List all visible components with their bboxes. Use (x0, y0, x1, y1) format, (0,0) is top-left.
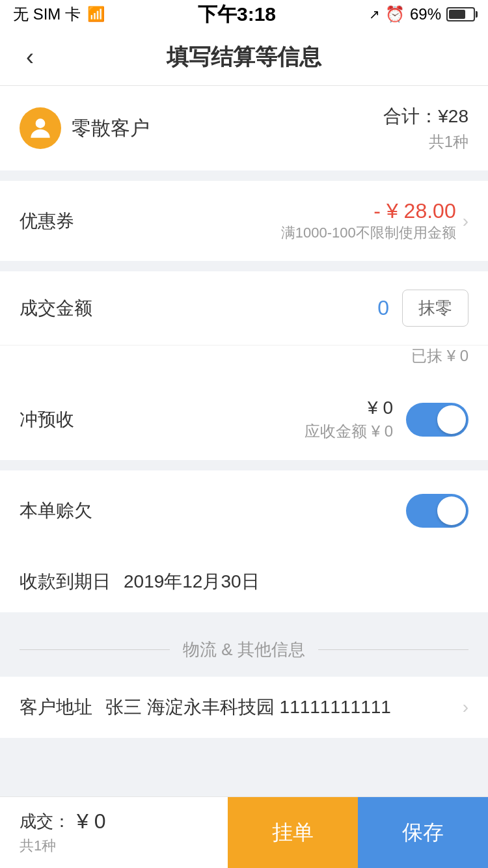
svg-point-0 (36, 118, 46, 128)
bottom-deal-label: 成交： (20, 810, 70, 833)
battery-fill (449, 10, 465, 19)
nav-bar: ‹ 填写结算等信息 (0, 29, 488, 86)
battery-percent: 69% (410, 5, 441, 23)
page-title: 填写结算等信息 (167, 42, 321, 72)
prepayment-amount: ¥ 0 (305, 398, 393, 418)
coupon-discount: - ¥ 28.00 (281, 199, 456, 223)
avatar (20, 107, 61, 149)
debt-row: 本单赊欠 (0, 470, 488, 551)
toggle-knob (437, 405, 466, 434)
address-value: 张三 海淀永丰科技园 11111111111 (105, 695, 450, 720)
save-button[interactable]: 保存 (358, 797, 488, 869)
debt-toggle-knob (437, 496, 466, 525)
coupon-row[interactable]: 优惠券 - ¥ 28.00 满1000-100不限制使用金额 › (0, 181, 488, 261)
status-right: ↗ ⏰ 69% (369, 5, 475, 23)
round-off-sub-label: 已抹 ¥ 0 (411, 346, 468, 366)
coupon-info: - ¥ 28.00 满1000-100不限制使用金额 (281, 199, 456, 243)
prepayment-toggle[interactable] (406, 403, 468, 437)
duedate-value[interactable]: 2019年12月30日 (124, 569, 260, 594)
prepayment-label: 冲预收 (20, 407, 74, 432)
divider-3 (0, 612, 488, 623)
divider-line-right (318, 649, 468, 650)
hold-order-button[interactable]: 挂单 (228, 797, 358, 869)
transaction-amount-right: 0 抹零 (377, 290, 468, 327)
status-time: 下午3:18 (198, 1, 276, 28)
total-count: 共1种 (383, 131, 468, 152)
logistics-label: 物流 & 其他信息 (183, 638, 305, 661)
prepayment-info: ¥ 0 应收金额 ¥ 0 (305, 398, 393, 442)
customer-right: 合计：¥28 共1种 (383, 104, 468, 152)
bottom-summary: 成交： ¥ 0 共1种 (0, 809, 228, 856)
customer-left: 零散客户 (20, 107, 150, 149)
address-chevron-icon: › (463, 697, 468, 718)
save-label: 保存 (402, 819, 444, 847)
bottom-deal-amount: ¥ 0 (77, 809, 105, 834)
debt-toggle[interactable] (406, 494, 468, 528)
round-off-button[interactable]: 抹零 (402, 290, 468, 327)
address-label: 客户地址 (20, 695, 92, 720)
status-bar: 无 SIM 卡 📶 下午3:18 ↗ ⏰ 69% (0, 0, 488, 29)
prepayment-right: ¥ 0 应收金额 ¥ 0 (305, 398, 468, 442)
bottom-count: 共1种 (20, 836, 208, 856)
chevron-right-icon: › (463, 211, 468, 232)
divider-1 (0, 261, 488, 271)
person-icon (26, 114, 55, 142)
location-icon: ↗ (369, 7, 380, 22)
prepayment-sub: 应收金额 ¥ 0 (305, 421, 393, 442)
coupon-right: - ¥ 28.00 满1000-100不限制使用金额 › (281, 199, 468, 243)
logistics-header: 物流 & 其他信息 (0, 623, 488, 677)
prepayment-row: 冲预收 ¥ 0 应收金额 ¥ 0 (0, 379, 488, 460)
duedate-label: 收款到期日 (20, 569, 111, 594)
transaction-amount-sub: 已抹 ¥ 0 (0, 346, 488, 379)
bottom-deal-row: 成交： ¥ 0 (20, 809, 208, 834)
status-left: 无 SIM 卡 📶 (13, 4, 105, 25)
coupon-desc: 满1000-100不限制使用金额 (281, 223, 456, 243)
debt-label: 本单赊欠 (20, 498, 92, 523)
transaction-amount-label: 成交金额 (20, 296, 92, 321)
customer-row: 零散客户 合计：¥28 共1种 (0, 86, 488, 170)
divider-2 (0, 460, 488, 470)
content: 零散客户 合计：¥28 共1种 优惠券 - ¥ 28.00 满1000-100不… (0, 86, 488, 868)
address-row[interactable]: 客户地址 张三 海淀永丰科技园 11111111111 › (0, 677, 488, 738)
transaction-amount-row: 成交金额 0 抹零 (0, 271, 488, 346)
hold-order-label: 挂单 (272, 819, 314, 847)
carrier-text: 无 SIM 卡 (13, 4, 81, 25)
wifi-icon: 📶 (87, 6, 105, 23)
coupon-label: 优惠券 (20, 209, 74, 234)
bottom-bar: 成交： ¥ 0 共1种 挂单 保存 (0, 796, 488, 868)
customer-name: 零散客户 (72, 115, 150, 142)
duedate-row: 收款到期日 2019年12月30日 (0, 551, 488, 612)
alarm-icon: ⏰ (385, 5, 405, 23)
transaction-amount-value[interactable]: 0 (377, 296, 389, 320)
divider-line-left (20, 649, 170, 650)
total-amount: 合计：¥28 (383, 104, 468, 129)
battery-icon (446, 7, 475, 21)
back-button[interactable]: ‹ (20, 37, 40, 77)
